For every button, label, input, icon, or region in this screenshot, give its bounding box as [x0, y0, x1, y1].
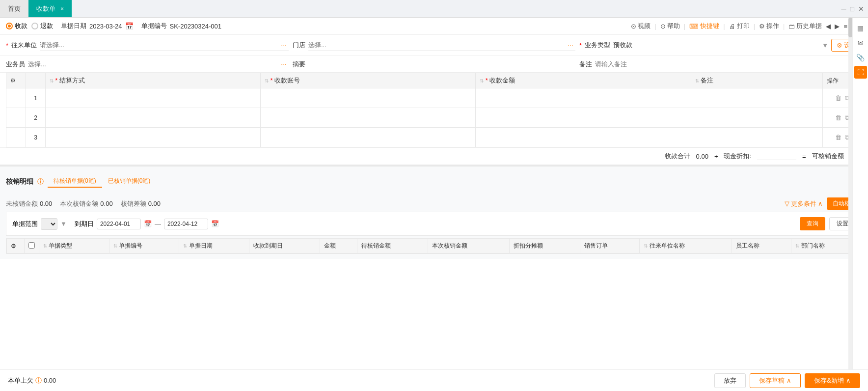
sidebar-screen-icon[interactable]: ⛶: [854, 66, 867, 79]
store-input[interactable]: [308, 41, 566, 49]
col-settings-header[interactable]: ⚙: [6, 73, 26, 88]
ops-icon: ⚙: [759, 23, 765, 30]
row-payment-2[interactable]: [46, 108, 261, 128]
row-amount-3[interactable]: [476, 128, 691, 147]
toolbar-nav-left[interactable]: ◀: [826, 23, 831, 30]
diff-label: 核销差额: [121, 199, 146, 208]
footer-buttons: 放弃 保存草稿 ∧ 保存&新增 ∧: [714, 373, 860, 388]
discount-input[interactable]: [757, 152, 796, 160]
tab-close-icon[interactable]: ×: [60, 5, 64, 12]
counterpart-ellipsis[interactable]: ···: [279, 41, 289, 49]
counterpart-input[interactable]: [40, 41, 279, 49]
form-header: 收款 退款 单据日期 2023-03-24 📅 单据编号 SK-20230324…: [0, 18, 868, 35]
minimize-button[interactable]: ─: [841, 5, 846, 13]
toolbar-print[interactable]: 🖨 打印: [729, 22, 750, 30]
tab-pending[interactable]: 待核销单据(0笔): [48, 175, 102, 188]
toolbar-list-view[interactable]: ≡: [843, 23, 847, 30]
col-payment-method-header: ⇅ * 结算方式: [46, 73, 261, 88]
date-calendar-icon[interactable]: 📅: [125, 22, 134, 30]
date-calendar-from[interactable]: 📅: [144, 220, 152, 227]
gear-icon: ⚙: [837, 42, 842, 49]
radio-receipt[interactable]: 收款: [6, 22, 27, 30]
delete-row-3[interactable]: 🗑: [835, 134, 841, 141]
footer-info-icon[interactable]: ⓘ: [35, 376, 42, 385]
col-amount-header: ⇅ * 收款金额: [476, 73, 691, 88]
tab-bar: 首页 收款单 × ─ □ ✕: [0, 0, 868, 18]
row-amount-1[interactable]: [476, 88, 691, 108]
table-row: 3 🗑 ⧉: [6, 128, 862, 147]
counterpart-label: 往来单位: [11, 41, 37, 50]
scrollbar-thumb[interactable]: [848, 18, 852, 37]
col-discount: 折扣分摊额: [510, 239, 580, 253]
verify-title: 核销明细: [6, 177, 33, 186]
toolbar-ops[interactable]: ⚙ 操作: [759, 22, 779, 30]
radio-refund[interactable]: 退款: [31, 22, 53, 30]
sidebar-attachment-icon[interactable]: 📎: [854, 51, 867, 64]
col-settings-bottom[interactable]: ⚙: [7, 239, 25, 253]
tab-receipt[interactable]: 收款单 ×: [28, 0, 72, 17]
row-payment-3[interactable]: [46, 128, 261, 147]
equals-sign: =: [802, 153, 806, 160]
uncancelled-label: 未核销金额: [6, 199, 38, 208]
summary-input[interactable]: [308, 60, 575, 68]
due-date-field: 到期日 📅 — 📅: [75, 219, 219, 229]
delete-row-1[interactable]: 🗑: [835, 94, 841, 102]
staff-input-wrapper: ···: [28, 59, 289, 69]
row-remark-3[interactable]: [691, 128, 822, 147]
col-account-header: ⇅ * 收款账号: [261, 73, 476, 88]
summary-field: 摘要: [293, 59, 575, 69]
draft-button[interactable]: 保存草稿 ∧: [750, 373, 801, 388]
maximize-button[interactable]: □: [850, 5, 854, 13]
col-checkbox[interactable]: [25, 239, 39, 253]
scrollbar[interactable]: [848, 18, 852, 369]
col-doc-type: ⇅ 单据类型: [39, 239, 109, 253]
number-value: SK-20230324-001: [170, 23, 222, 30]
row-account-1[interactable]: [261, 88, 476, 108]
due-date-from-input[interactable]: [97, 219, 141, 229]
remark-label: 备注: [579, 60, 592, 69]
staff-input[interactable]: [28, 60, 279, 68]
row-amount-2[interactable]: [476, 108, 691, 128]
query-button[interactable]: 查询: [800, 217, 825, 230]
nav-left-icon: ◀: [826, 23, 831, 30]
staff-field: 业务员 ···: [6, 59, 289, 69]
toolbar-nav-right[interactable]: ▶: [835, 23, 840, 30]
toolbar-help[interactable]: ⊙ 帮助: [660, 22, 680, 30]
remark-input[interactable]: [595, 60, 862, 68]
row-payment-1[interactable]: [46, 88, 261, 108]
bottom-table-wrapper: ⚙ ⇅ 单据类型 ⇅ 单据编号 ⇅ 单据日期 收款到期日 金额: [6, 238, 862, 254]
col-sales-order: 销售订单: [580, 239, 640, 253]
tab-home[interactable]: 首页: [0, 0, 28, 17]
sidebar-mail-icon[interactable]: ✉: [854, 36, 867, 49]
window-controls: ─ □ ✕: [841, 5, 868, 13]
row-remark-2[interactable]: [691, 108, 822, 128]
row-account-3[interactable]: [261, 128, 476, 147]
range-select[interactable]: [41, 218, 57, 230]
counterpart-field: * 往来单位 ···: [6, 40, 289, 51]
save-button[interactable]: 保存&新增 ∧: [805, 373, 860, 388]
toolbar-history[interactable]: 🗃 历史单据: [788, 22, 822, 30]
more-conditions-btn[interactable]: ▽ 更多条件 ∧: [785, 199, 823, 208]
row-account-2[interactable]: [261, 108, 476, 128]
table-row: 1 🗑 ⧉: [6, 88, 862, 108]
toolbar-shortcut[interactable]: ⌨ 快捷键: [689, 22, 719, 30]
toolbar-video[interactable]: ⊙ 视频: [631, 22, 651, 30]
due-date-to-input[interactable]: [164, 219, 208, 229]
verify-info-icon[interactable]: ⓘ: [37, 177, 44, 186]
row-num-2: 2: [26, 108, 46, 128]
sidebar-table-icon[interactable]: ▦: [854, 22, 867, 34]
select-all-checkbox[interactable]: [28, 242, 35, 249]
remark-col-label: 备注: [701, 77, 713, 84]
biz-type-chevron[interactable]: ▼: [822, 42, 828, 49]
tab-done[interactable]: 已核销单据(0笔): [102, 175, 157, 188]
staff-ellipsis[interactable]: ···: [279, 60, 289, 68]
draft-chevron: ∧: [787, 377, 791, 384]
receipt-table: ⚙ ⇅ * 结算方式 ⇅ * 收款账号 ⇅ * 收款: [6, 73, 862, 147]
close-button[interactable]: ✕: [858, 5, 864, 13]
store-ellipsis[interactable]: ···: [566, 41, 575, 49]
row-remark-1[interactable]: [691, 88, 822, 108]
row-num-3: 3: [26, 128, 46, 147]
date-calendar-to[interactable]: 📅: [211, 220, 219, 227]
delete-row-2[interactable]: 🗑: [835, 114, 841, 121]
discard-button[interactable]: 放弃: [714, 373, 746, 388]
